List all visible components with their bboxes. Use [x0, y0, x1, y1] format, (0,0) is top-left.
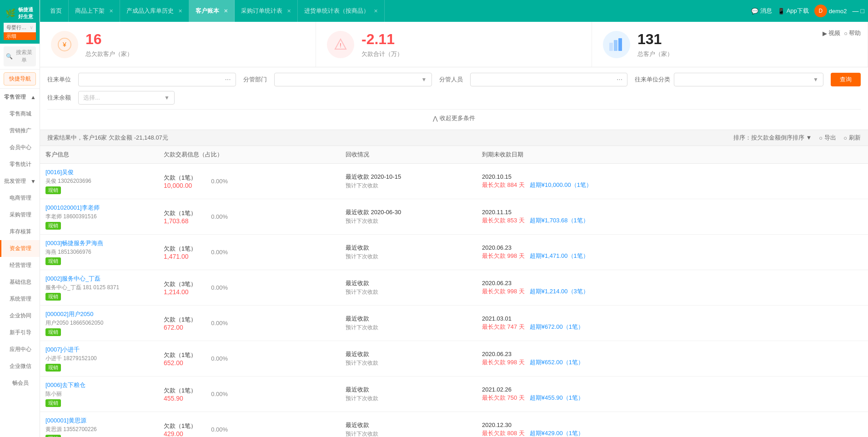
tab-close-production-history[interactable]: ✕ — [178, 8, 182, 14]
show-detail[interactable]: 示细 — [4, 32, 36, 40]
customer-tag: 现销 — [45, 293, 61, 301]
export-button[interactable]: ○ 导出 — [819, 134, 836, 142]
overdue-link[interactable]: 超期¥652.00（1笔） — [530, 359, 584, 366]
result-actions: 排序：按欠款金额倒序排序 ▼ ○ 导出 ○ 刷新 — [733, 134, 861, 142]
filter-person-input[interactable]: ··· — [470, 73, 628, 86]
stat-value-debt-customers: 16 — [85, 30, 305, 48]
filter-source-unit-input[interactable]: ··· — [78, 73, 236, 86]
tab-purchase-order[interactable]: 采购订单统计表 ✕ — [235, 0, 298, 22]
customer-name-link[interactable]: [000001]黄思源 — [45, 417, 153, 425]
filter-dept-select[interactable]: ▼ — [274, 73, 432, 86]
stat-card-debt-customers: ¥ 16 总欠款客户（家） — [40, 22, 316, 67]
sidebar-item-corp-wechat[interactable]: 企业微信 — [0, 358, 40, 375]
table-row: [000002]用户2050 用户2050 18665062050 现销 欠款（… — [40, 306, 868, 341]
stat-icon-total-customers — [603, 31, 630, 58]
sidebar-item-ecommerce[interactable]: 电商管理 — [0, 190, 40, 206]
user-profile[interactable]: D demo2 — [814, 5, 847, 17]
chevron-down-icon: ▼ — [421, 76, 427, 83]
svg-rect-4 — [609, 43, 613, 51]
payment-latest: 最近收款 — [346, 350, 471, 358]
tab-close-customer-account[interactable]: ✕ — [224, 8, 228, 14]
sidebar-item-app-center[interactable]: 应用中心 — [0, 341, 40, 358]
customer-name-link[interactable]: [0006]去下粮仓 — [45, 381, 153, 389]
customer-sub: 陈小丽 — [45, 390, 153, 398]
chevron-down-icon-2: ▼ — [813, 76, 818, 83]
sidebar-item-batch-manage[interactable]: 批发管理 ▼ — [0, 173, 40, 190]
sidebar-item-member-center[interactable]: 会员中心 — [0, 139, 40, 156]
customer-name-link[interactable]: [0016]吴俊 — [45, 168, 153, 176]
tab-home[interactable]: 首页 — [44, 0, 69, 22]
sidebar-item-enterprise[interactable]: 企业协同 — [0, 307, 40, 324]
sidebar-item-system[interactable]: 系统管理 — [0, 291, 40, 307]
tab-product-off[interactable]: 商品上下架 ✕ — [69, 0, 120, 22]
stat-card-debt-total: ! -2.11 欠款合计（万） — [316, 22, 592, 67]
stat-icon-debt-total: ! — [327, 31, 354, 58]
debt-count: 欠款（1笔） — [164, 245, 196, 253]
sidebar-item-inventory[interactable]: 库存核算 — [0, 223, 40, 240]
filter-balance-select[interactable]: 选择... ▼ — [78, 91, 175, 105]
app-download-button[interactable]: 📱 App下载 — [778, 7, 809, 15]
debt-count: 欠款（1笔） — [164, 422, 196, 430]
sidebar-item-retail-mall[interactable]: 零售商城 — [0, 105, 40, 122]
sidebar-item-purchase[interactable]: 采购管理 — [0, 206, 40, 223]
debt-percent: 0.00% — [211, 178, 228, 185]
sidebar-item-vip[interactable]: 畅会员 — [0, 375, 40, 392]
sidebar-item-operation[interactable]: 经营管理 — [0, 257, 40, 274]
table-row: [0016]吴俊 吴俊 13026203696 现销 欠款（1笔） 10,000… — [40, 164, 868, 199]
search-icon: 🔍 — [6, 53, 13, 60]
message-icon: 💬 — [751, 8, 758, 15]
tab-close-purchase-order[interactable]: ✕ — [287, 8, 291, 14]
tab-customer-account[interactable]: 客户账本 ✕ — [189, 0, 235, 22]
overdue-link[interactable]: 超期¥455.90（1笔） — [530, 394, 584, 401]
video-help-button[interactable]: ▶ 视频 — [823, 29, 840, 37]
chevron-down-icon-3: ▼ — [164, 95, 170, 101]
search-button[interactable]: 查询 — [831, 73, 861, 86]
sidebar-item-retail-manage[interactable]: 零售管理 ▲ — [0, 89, 40, 105]
tab-production-history[interactable]: 产成品入库单历史 ✕ — [120, 0, 189, 22]
overdue-link[interactable]: 超期¥10,000.00（1笔） — [530, 181, 592, 188]
customer-name-link[interactable]: [000002]用户2050 — [45, 310, 153, 318]
overdue-link[interactable]: 超期¥1,471.00（1笔） — [530, 252, 589, 259]
due-overdue: 最长欠款 998 天 超期¥652.00（1笔） — [482, 358, 863, 367]
svg-rect-5 — [614, 40, 617, 51]
sidebar-item-retail-stats[interactable]: 零售统计 — [0, 156, 40, 173]
refresh-icon: ○ — [843, 135, 847, 141]
message-button[interactable]: 💬 消息 — [751, 7, 772, 15]
svg-text:!: ! — [340, 42, 341, 49]
debt-count: 欠款（1笔） — [164, 351, 196, 359]
payment-next: 预计下次收款 — [346, 359, 471, 367]
help-icon: ○ — [844, 30, 848, 37]
customer-sub: 小进千 18279152100 — [45, 355, 153, 362]
customer-name-link[interactable]: [0001020001]李老师 — [45, 204, 153, 212]
sidebar-item-newbie[interactable]: 新手引导 — [0, 324, 40, 341]
tab-close-inbound-stats[interactable]: ✕ — [374, 8, 378, 14]
svg-rect-6 — [618, 38, 622, 51]
maximize-button[interactable]: □ — [861, 7, 864, 15]
app-logo[interactable]: 🌿 畅捷通好生意 母婴行业演示账套 ∨ 示细 — [0, 0, 40, 44]
overdue-link[interactable]: 超期¥1,214.00（3笔） — [530, 288, 589, 295]
guide-help-button[interactable]: ○ 帮助 — [844, 29, 861, 37]
collapse-filters-button[interactable]: ⋀ 收起更多条件 — [47, 112, 861, 124]
payment-next: 预计下次收款 — [346, 430, 471, 437]
overdue-link[interactable]: 超期¥1,703.68（1笔） — [530, 217, 589, 224]
customer-name-link[interactable]: [0002]服务中心_丁磊 — [45, 275, 153, 283]
debt-amount: 1,214.00 — [164, 288, 196, 296]
overdue-link[interactable]: 超期¥429.00（1笔） — [530, 430, 584, 437]
tab-inbound-stats[interactable]: 进货单统计表（按商品） ✕ — [298, 0, 385, 22]
quick-nav-button[interactable]: 快捷导航 — [4, 72, 36, 85]
filter-source-classify-select[interactable]: ▼ — [674, 73, 823, 86]
customer-name-link[interactable]: [0003]畅捷服务尹海燕 — [45, 239, 153, 247]
due-date: 2020.06.23 — [482, 244, 863, 251]
minimize-button[interactable]: — — [853, 7, 859, 15]
search-menu-button[interactable]: 🔍 搜索菜单 — [4, 46, 36, 66]
sidebar-item-finance[interactable]: 资金管理 — [0, 240, 40, 257]
tab-close-product-off[interactable]: ✕ — [109, 8, 113, 14]
sort-label: 排序：按欠款金额倒序排序 ▼ — [733, 134, 812, 142]
sidebar-item-marketing[interactable]: 营销推广 — [0, 122, 40, 139]
data-table-container: 客户信息 欠款交易信息（占比） 回收情况 到期未收款日期 [0016]吴俊 吴俊… — [40, 146, 868, 437]
overdue-link[interactable]: 超期¥672.00（1笔） — [530, 323, 584, 330]
refresh-button[interactable]: ○ 刷新 — [843, 134, 861, 142]
sidebar-item-basic-info[interactable]: 基础信息 — [0, 274, 40, 291]
customer-name-link[interactable]: [0007]小进千 — [45, 346, 153, 354]
debt-amount: 1,471.00 — [164, 253, 196, 260]
